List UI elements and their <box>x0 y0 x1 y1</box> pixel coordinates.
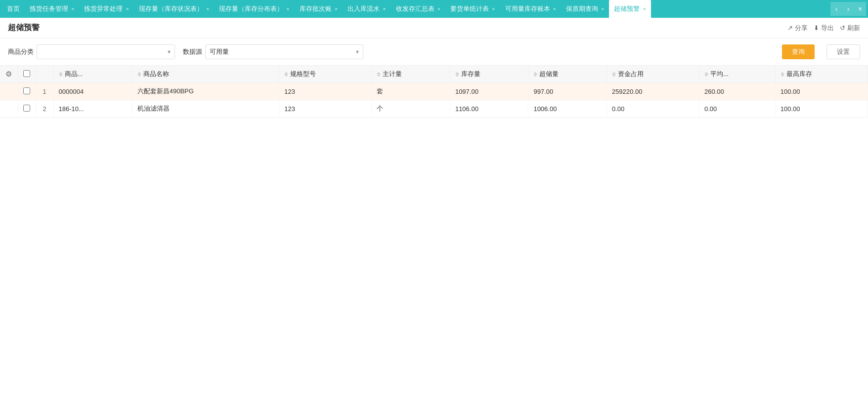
col-capital-sort-icon[interactable] <box>612 72 616 77</box>
col-unit: 主计量 <box>372 66 450 83</box>
row-capital: 0.00 <box>607 100 699 118</box>
col-spec-sort-icon[interactable] <box>284 72 288 77</box>
row-product-name: 机油滤清器 <box>132 100 279 118</box>
nav-item-7-label: 收发存汇总表 <box>396 0 434 18</box>
table-header-row: ⚙ 商品... <box>0 66 868 83</box>
share-label: 分享 <box>795 24 808 33</box>
row-spec: 123 <box>279 100 372 118</box>
nav-item-7[interactable]: 收发存汇总表 × <box>391 0 445 18</box>
share-button[interactable]: ↗ 分享 <box>787 24 808 33</box>
col-max-stock-sort-icon[interactable] <box>781 72 784 77</box>
page-header: 超储预警 ↗ 分享 ⬇ 导出 ↺ 刷新 <box>0 18 868 39</box>
col-unit-label: 主计量 <box>383 70 402 79</box>
row-checkbox-cell <box>18 83 36 100</box>
gear-icon-button[interactable]: ⚙ <box>5 70 12 79</box>
datasource-value: 可用量 <box>210 47 229 56</box>
category-select[interactable]: ▾ <box>37 44 175 59</box>
nav-item-7-close[interactable]: × <box>437 0 440 18</box>
nav-item-5-close[interactable]: × <box>335 0 338 18</box>
nav-item-1-close[interactable]: × <box>71 0 74 18</box>
col-stock-sort-icon[interactable] <box>455 72 459 77</box>
settings-button[interactable]: 设置 <box>826 44 860 59</box>
nav-item-10-close[interactable]: × <box>601 0 604 18</box>
col-gear: ⚙ <box>0 66 18 83</box>
select-all-checkbox[interactable] <box>23 70 30 77</box>
table-body: 1 0000004 六配套新昌490BPG 123 套 1097.00 997.… <box>0 83 868 118</box>
col-stock-label: 库存量 <box>461 70 480 79</box>
top-nav: 首页 拣货任务管理 × 拣货异常处理 × 现存量（库存状况表） × 现存量（库存… <box>0 0 868 18</box>
header-actions: ↗ 分享 ⬇ 导出 ↺ 刷新 <box>787 24 860 33</box>
col-product-code-sort-icon[interactable] <box>59 72 63 77</box>
nav-item-4[interactable]: 现存量（库存分布表） × <box>214 0 294 18</box>
col-product-code: 商品... <box>53 66 132 83</box>
nav-close-all-button[interactable]: × <box>854 2 866 16</box>
nav-item-4-close[interactable]: × <box>286 0 289 18</box>
row-unit: 套 <box>372 83 450 100</box>
data-table: ⚙ 商品... <box>0 65 868 118</box>
row-gear <box>0 83 18 100</box>
row-unit: 个 <box>372 100 450 118</box>
category-filter: 商品分类 ▾ <box>8 44 175 59</box>
nav-item-home[interactable]: 首页 <box>2 0 25 18</box>
col-checkbox <box>18 66 36 83</box>
col-over-stock-label: 超储量 <box>539 70 559 79</box>
nav-item-11-label: 超储预警 <box>614 0 640 18</box>
nav-item-5-label: 库存批次账 <box>300 0 332 18</box>
row-stock: 1106.00 <box>450 100 528 118</box>
col-product-code-label: 商品... <box>65 70 83 79</box>
nav-item-5[interactable]: 库存批次账 × <box>295 0 343 18</box>
nav-item-8[interactable]: 要货单统计表 × <box>445 0 500 18</box>
row-checkbox-1[interactable] <box>23 105 30 112</box>
col-over-stock: 超储量 <box>528 66 607 83</box>
nav-item-6[interactable]: 出入库流水 × <box>343 0 391 18</box>
nav-item-11[interactable]: 超储预警 × <box>609 0 651 18</box>
filter-bar: 商品分类 ▾ 数据源 可用量 ▾ 查询 设置 <box>0 39 868 65</box>
page-content: 超储预警 ↗ 分享 ⬇ 导出 ↺ 刷新 商品分类 ▾ 数据源 <box>0 18 868 395</box>
col-num <box>36 66 53 83</box>
row-max-stock: 100.00 <box>775 100 868 118</box>
col-product-name: 商品名称 <box>132 66 279 83</box>
col-over-stock-sort-icon[interactable] <box>533 72 537 77</box>
nav-item-11-close[interactable]: × <box>643 0 646 18</box>
row-num: 1 <box>36 83 53 100</box>
nav-item-1[interactable]: 拣货任务管理 × <box>25 0 79 18</box>
datasource-dropdown-icon: ▾ <box>356 48 359 55</box>
nav-prev-button[interactable]: ‹ <box>830 2 842 16</box>
nav-item-9[interactable]: 可用量库存账本 × <box>500 0 561 18</box>
nav-item-2-close[interactable]: × <box>126 0 129 18</box>
nav-item-3[interactable]: 现存量（库存状况表） × <box>134 0 214 18</box>
share-icon: ↗ <box>787 24 793 32</box>
export-button[interactable]: ⬇ 导出 <box>814 24 834 33</box>
export-icon: ⬇ <box>814 24 819 32</box>
col-unit-sort-icon[interactable] <box>377 72 381 77</box>
col-stock: 库存量 <box>450 66 528 83</box>
nav-item-6-close[interactable]: × <box>383 0 386 18</box>
col-product-name-sort-icon[interactable] <box>137 72 141 77</box>
row-product-name: 六配套新昌490BPG <box>132 83 279 100</box>
nav-item-home-label: 首页 <box>7 0 20 18</box>
export-label: 导出 <box>821 24 834 33</box>
nav-next-button[interactable]: › <box>842 2 854 16</box>
datasource-filter: 数据源 可用量 ▾ <box>183 44 363 59</box>
category-dropdown-icon: ▾ <box>168 48 171 55</box>
col-avg-sort-icon[interactable] <box>704 72 708 77</box>
row-over-stock: 997.00 <box>528 83 607 100</box>
datasource-select[interactable]: 可用量 ▾ <box>205 44 363 59</box>
col-capital-label: 资金占用 <box>618 70 644 79</box>
nav-item-1-label: 拣货任务管理 <box>30 0 68 18</box>
col-product-name-label: 商品名称 <box>143 70 169 79</box>
nav-item-6-label: 出入库流水 <box>347 0 380 18</box>
category-label: 商品分类 <box>8 47 34 56</box>
row-num: 2 <box>36 100 53 118</box>
row-over-stock: 1006.00 <box>528 100 607 118</box>
nav-item-3-close[interactable]: × <box>206 0 209 18</box>
nav-item-10[interactable]: 保质期查询 × <box>561 0 609 18</box>
nav-item-9-close[interactable]: × <box>553 0 556 18</box>
nav-item-8-close[interactable]: × <box>492 0 495 18</box>
col-max-stock-label: 最高库存 <box>786 70 812 79</box>
row-checkbox-0[interactable] <box>23 87 30 94</box>
nav-item-2[interactable]: 拣货异常处理 × <box>79 0 133 18</box>
refresh-button[interactable]: ↺ 刷新 <box>840 24 860 33</box>
query-button[interactable]: 查询 <box>782 44 815 59</box>
row-max-stock: 100.00 <box>775 83 868 100</box>
